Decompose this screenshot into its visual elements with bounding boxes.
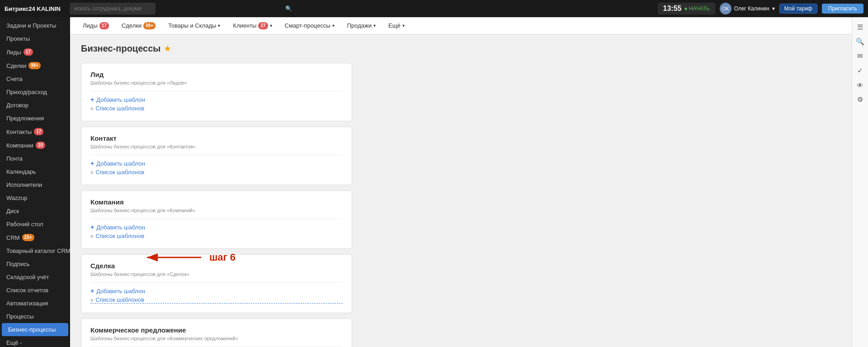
check-icon[interactable]: ✓ (854, 64, 867, 77)
sidebar-label: Контакты (6, 128, 32, 135)
invite-button[interactable]: Пригласить (822, 4, 863, 14)
sidebar-item-21[interactable]: Автоматизация (0, 297, 70, 310)
chevron-down-icon: ▾ (332, 23, 335, 28)
mail-icon[interactable]: ✉ (854, 50, 867, 62)
plus-icon: + (90, 287, 94, 295)
nav-item-5[interactable]: Продажи▾ (342, 19, 381, 32)
add-template-link-kontakt[interactable]: + Добавить шаблон (90, 160, 343, 167)
sidebar-item-7[interactable]: Предложения (0, 112, 70, 125)
sidebar-item-1[interactable]: Проекты (0, 32, 70, 45)
sidebar-item-3[interactable]: Сделки99+ (0, 59, 70, 72)
topbar: Битрикс24 KALININ 🔍 13:55 ● НАЧАТЬ ОК Ол… (0, 0, 868, 17)
section-subtitle-kommercheskoe: Шаблоны бизнес-процессов для «Коммерческ… (90, 336, 343, 341)
sidebar-item-19[interactable]: Складской учёт (0, 271, 70, 284)
eye-icon[interactable]: 👁 (854, 79, 867, 91)
list-templates-link-kompaniya[interactable]: ≡ Список шаблонов (90, 233, 343, 239)
sidebar-label: Товарный каталог CRM: ... (6, 247, 70, 254)
sidebar-item-16[interactable]: CRM25+ (0, 231, 70, 244)
page-title: Бизнес-процессы ★ (81, 43, 841, 54)
nav-label: Лиды (83, 22, 98, 29)
nav-item-2[interactable]: Товары и Склады▾ (163, 19, 226, 32)
sidebar-item-11[interactable]: Календарь (0, 165, 70, 178)
list-icon: ≡ (90, 106, 93, 111)
search-icon[interactable]: 🔍 (854, 35, 867, 48)
section-card-kompaniya: Компания Шаблоны бизнес-процессов для «К… (81, 190, 352, 249)
annotation-text: шаг 6 (209, 252, 236, 263)
chevron-down-icon: ▾ (402, 23, 405, 28)
section-subtitle-lid: Шаблоны бизнес-процессов для «Лидов» (90, 80, 343, 86)
user-menu[interactable]: ОК Олег Калинин ▾ (720, 3, 775, 14)
sidebar-label: Подпись (6, 261, 29, 267)
sidebar-item-23[interactable]: Бизнес-процессы (2, 323, 68, 336)
my-tariff-button[interactable]: Мой тариф (779, 4, 817, 14)
nav-label: Продажи (347, 22, 372, 29)
list-templates-link-lid[interactable]: ≡ Список шаблонов (90, 105, 343, 112)
nav-label: Товары и Склады (168, 22, 216, 29)
add-template-link-kompaniya[interactable]: + Добавить шаблон (90, 223, 343, 231)
sidebar-item-15[interactable]: Рабочий стол (0, 218, 70, 231)
list-templates-link-sdelka[interactable]: ≡ Список шаблонов (90, 296, 343, 304)
section-card-kommercheskoe: Коммерческое предложение Шаблоны бизнес-… (81, 318, 352, 347)
section-title-kontakt: Контакт (90, 134, 343, 142)
sidebar-item-8[interactable]: Контакты17 (0, 125, 70, 138)
sidebar-label: Лиды (6, 49, 21, 56)
sidebar-label: Календарь (6, 168, 36, 175)
list-icon: ≡ (90, 170, 93, 175)
menu-icon[interactable]: ☰ (854, 21, 867, 33)
settings-icon[interactable]: ⚙ (854, 93, 867, 106)
search-input[interactable] (70, 3, 156, 14)
sidebar-item-9[interactable]: Компании10 (0, 138, 70, 152)
sidebar-item-24[interactable]: Ещё - (0, 336, 70, 347)
sidebar-item-20[interactable]: Список отчетов (0, 284, 70, 297)
nav-label: Сделки (122, 22, 142, 29)
sidebar-label: Автоматизация (6, 300, 48, 307)
start-button[interactable]: ● НАЧАТЬ (684, 5, 709, 12)
chevron-down-icon: ▾ (373, 23, 376, 28)
add-template-link-sdelka[interactable]: + Добавить шаблон (90, 287, 343, 295)
sidebar-label: Бизнес-процессы (8, 326, 56, 333)
plus-icon: + (90, 223, 94, 231)
sidebar-item-13[interactable]: Wazzup (0, 191, 70, 204)
sidebar-badge: 17 (34, 128, 43, 135)
nav-item-3[interactable]: Клиенты27▾ (227, 19, 277, 32)
sidebar-label: Задачи и Проекты (6, 22, 56, 29)
sidebar-item-18[interactable]: Подпись (0, 257, 70, 271)
sidebar-item-5[interactable]: Приход/расход (0, 86, 70, 99)
sidebar-item-14[interactable]: Диск (0, 204, 70, 218)
nav-item-0[interactable]: Лиды17 (77, 19, 114, 32)
navbar: Лиды17Сделки99+Товары и Склады▾Клиенты27… (70, 17, 852, 34)
nav-item-6[interactable]: Ещё▾ (383, 19, 410, 32)
sidebar-label: Исполнители (6, 181, 42, 188)
sidebar-label: Wazzup (6, 195, 27, 201)
list-templates-link-kontakt[interactable]: ≡ Список шаблонов (90, 169, 343, 176)
sidebar-item-12[interactable]: Исполнители (0, 178, 70, 191)
section-subtitle-kontakt: Шаблоны бизнес-процессов для «Контактов» (90, 144, 343, 149)
sidebar-item-4[interactable]: Счета (0, 72, 70, 86)
nav-item-4[interactable]: Смарт-процессы▾ (279, 19, 340, 32)
main-layout: Задачи и ПроектыПроектыЛиды17Сделки99+Сч… (0, 17, 868, 347)
sidebar-item-10[interactable]: Почта (0, 152, 70, 165)
list-icon: ≡ (90, 233, 93, 239)
nav-label: Смарт-процессы (285, 22, 330, 29)
sidebar-label: Приход/расход (6, 89, 47, 95)
sidebar-label: Почта (6, 155, 23, 162)
sidebar-label: Договор (6, 102, 28, 109)
sidebar-item-2[interactable]: Лиды17 (0, 45, 70, 59)
sidebar-label: Проекты (6, 35, 30, 42)
sidebar-label: Список отчетов (6, 287, 48, 294)
logo: Битрикс24 KALININ (5, 5, 61, 12)
section-card-kontakt: Контакт Шаблоны бизнес-процессов для «Ко… (81, 127, 352, 185)
sidebar-item-17[interactable]: Товарный каталог CRM: ... (0, 244, 70, 257)
avatar: ОК (720, 3, 731, 14)
section-title-lid: Лид (90, 71, 343, 78)
sidebar-label: Складской учёт (6, 274, 49, 280)
section-title-kommercheskoe: Коммерческое предложение (90, 326, 343, 334)
plus-icon: + (90, 96, 94, 103)
star-icon[interactable]: ★ (164, 44, 170, 53)
topbar-time: 13:55 ● НАЧАТЬ (658, 3, 715, 14)
sidebar-item-0[interactable]: Задачи и Проекты (0, 19, 70, 32)
sidebar-item-22[interactable]: Процессы (0, 310, 70, 323)
add-template-link-lid[interactable]: + Добавить шаблон (90, 96, 343, 103)
sidebar-item-6[interactable]: Договор (0, 99, 70, 112)
nav-item-1[interactable]: Сделки99+ (116, 19, 161, 32)
